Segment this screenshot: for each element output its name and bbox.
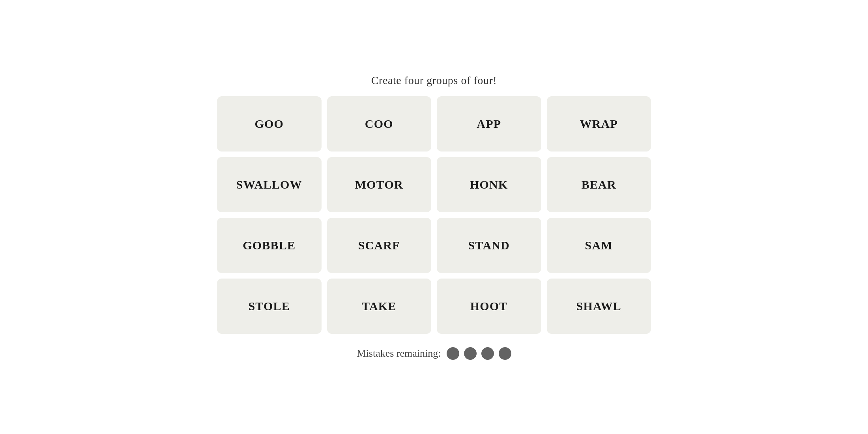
word-grid: GOOCOOAPPWRAPSWALLOWMOTORHONKBEARGOBBLES… [217,96,651,334]
tile-word-scarf: SCARF [358,239,400,252]
tile-coo[interactable]: COO [327,96,432,152]
tile-word-take: TAKE [362,299,397,313]
tile-word-gobble: GOBBLE [243,239,296,252]
mistakes-label: Mistakes remaining: [357,348,441,359]
tile-word-honk: HONK [470,178,508,191]
tile-honk[interactable]: HONK [437,157,541,212]
tile-word-hoot: HOOT [470,299,508,313]
tile-word-app: APP [477,117,501,131]
tile-stole[interactable]: STOLE [217,279,322,334]
tile-word-sam: SAM [585,239,613,252]
tile-word-shawl: SHAWL [576,299,621,313]
tile-word-wrap: WRAP [580,117,618,131]
tile-gobble[interactable]: GOBBLE [217,218,322,273]
tile-word-coo: COO [365,117,393,131]
tile-word-motor: MOTOR [355,178,403,191]
tile-sam[interactable]: SAM [547,218,651,273]
tile-app[interactable]: APP [437,96,541,152]
tile-swallow[interactable]: SWALLOW [217,157,322,212]
mistake-dot-1 [447,347,459,360]
tile-word-stand: STAND [468,239,510,252]
tile-take[interactable]: TAKE [327,279,432,334]
mistake-dot-2 [464,347,477,360]
tile-shawl[interactable]: SHAWL [547,279,651,334]
tile-bear[interactable]: BEAR [547,157,651,212]
tile-word-swallow: SWALLOW [236,178,302,191]
subtitle: Create four groups of four! [371,74,497,87]
tile-word-bear: BEAR [582,178,616,191]
dots-container [447,347,511,360]
mistake-dot-3 [481,347,494,360]
tile-word-goo: GOO [254,117,284,131]
tile-scarf[interactable]: SCARF [327,218,432,273]
mistake-dot-4 [499,347,511,360]
tile-word-stole: STOLE [248,299,290,313]
tile-wrap[interactable]: WRAP [547,96,651,152]
game-container: Create four groups of four! GOOCOOAPPWRA… [217,74,651,360]
tile-stand[interactable]: STAND [437,218,541,273]
tile-goo[interactable]: GOO [217,96,322,152]
mistakes-row: Mistakes remaining: [357,347,511,360]
tile-motor[interactable]: MOTOR [327,157,432,212]
tile-hoot[interactable]: HOOT [437,279,541,334]
